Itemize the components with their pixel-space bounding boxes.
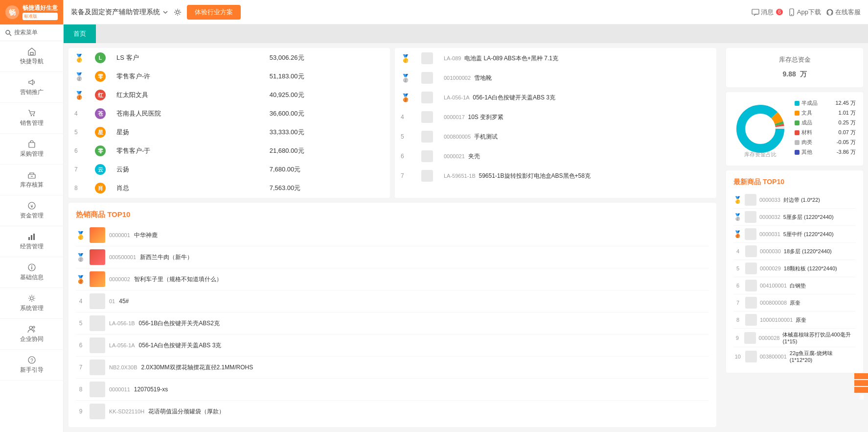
- sidebar-item-system[interactable]: 系统管理: [0, 288, 63, 319]
- svg-rect-12: [28, 237, 30, 240]
- customer-table: 🥇 L LS 客户 53,006.26元 🥈 零 零售客户-许 51,183.0…: [69, 48, 390, 198]
- legend-name: 文具: [801, 109, 837, 117]
- sidebar-item-finance[interactable]: ¥ 资金管理: [0, 195, 63, 226]
- hot-product-item: 🥈 000500001 新西兰牛肉（新牛）: [76, 246, 709, 268]
- latest-product-item: 10 003800001 22g鱼豆腐-烧烤味 (1*12*20): [733, 347, 856, 365]
- svg-point-6: [33, 115, 34, 116]
- latest-product-item: 6 004100001 白钢垫: [733, 277, 856, 294]
- mobile-icon: [788, 8, 796, 16]
- svg-rect-29: [832, 13, 833, 14]
- latest-product-item: 7 000800008 原奎: [733, 294, 856, 312]
- latest-product-item: 4 0000030 18多层 (1220*2440): [733, 243, 856, 260]
- customer-name: 肖总: [116, 184, 129, 192]
- product-ranking-panel: 🥇 LA-089 电池盖 LA-089 ABS本色+黑种 7.1克 🥈 0010…: [395, 48, 716, 198]
- trial-button[interactable]: 体验行业方案: [187, 5, 241, 20]
- users-icon: [27, 325, 36, 334]
- sidebar-item-operations[interactable]: 经营管理: [0, 226, 63, 257]
- online-service-area[interactable]: 在线客服: [826, 8, 861, 17]
- legend-name: 材料: [801, 129, 837, 136]
- tab-bar: 首页: [64, 24, 868, 43]
- sidebar-item-marketing[interactable]: 营销推广: [0, 72, 63, 103]
- main-area: 装备及固定资产辅助管理系统 体验行业方案 消息 6 App下载 在线客服 首页: [64, 0, 868, 432]
- hot-products-list: 🥇 0000001 中华神鹿 🥈 000500001 新西兰牛肉（新牛） 🥉 0…: [76, 224, 709, 422]
- sidebar-item-purchase[interactable]: 采购管理: [0, 134, 63, 165]
- latest-product-item: 8 10000100001 原奎: [733, 312, 856, 329]
- sidebar-item-basic-info[interactable]: 基础信息: [0, 257, 63, 288]
- settings-icon: [27, 294, 36, 303]
- sidebar-item-purchase-label: 采购管理: [20, 150, 44, 158]
- tab-home-label: 首页: [73, 30, 86, 37]
- customer-ranking-panel: 🥇 L LS 客户 53,006.26元 🥈 零 零售客户-许 51,183.0…: [69, 48, 390, 198]
- guide-icon: ?: [27, 356, 36, 364]
- latest-product-item: 🥈 0000032 5厘多层 (1220*2440): [733, 209, 856, 226]
- customer-name: LS 客户: [116, 54, 139, 61]
- svg-line-3: [10, 34, 12, 36]
- float-service-btn[interactable]: 客服热线: [854, 373, 868, 379]
- sidebar-logo-text: 畅捷通好生意: [23, 4, 58, 12]
- sidebar: 畅 畅捷通好生意 标准版 搜索菜单 快捷导航 营销推广 销售管理 采购管理: [0, 0, 64, 432]
- legend-name: 其他: [801, 148, 835, 156]
- customer-name: 零售客户-许: [116, 72, 150, 80]
- inventory-total-label: 库存总资金: [733, 55, 856, 64]
- app-download-area[interactable]: App下载: [788, 8, 821, 17]
- product-row: 7 LA-59651-1B 59651-1B旋转投影灯电池盒ABS黑色+58克: [396, 167, 715, 185]
- legend-item: 材料 0.07 万: [795, 129, 856, 136]
- bag-icon: [27, 140, 36, 148]
- customer-amount: 53,006.26元: [270, 54, 304, 61]
- chart-label: 库存资金占比: [744, 151, 777, 158]
- svg-point-20: [33, 326, 35, 328]
- system-name-select[interactable]: 装备及固定资产辅助管理系统: [71, 8, 168, 17]
- float-service: 客服热线 服务社区 直播: [854, 373, 868, 393]
- product-row: 6 0000021 夹壳: [396, 147, 715, 166]
- customer-name: 云扬: [116, 166, 129, 173]
- chart-icon: [27, 232, 36, 241]
- svg-point-26: [791, 14, 792, 15]
- svg-point-5: [30, 115, 31, 116]
- customer-row: 🥉 红 红太阳文具 40,925.00元: [69, 86, 389, 104]
- svg-rect-7: [29, 143, 35, 147]
- cart-icon: [27, 109, 36, 118]
- tab-home[interactable]: 首页: [64, 24, 96, 43]
- svg-point-19: [29, 326, 32, 329]
- top-bar: 装备及固定资产辅助管理系统 体验行业方案 消息 6 App下载 在线客服: [64, 0, 868, 24]
- float-community-btn[interactable]: 服务社区: [854, 380, 868, 386]
- sidebar-item-enterprise[interactable]: 企业协同: [0, 319, 63, 350]
- sidebar-item-inventory[interactable]: 库存核算: [0, 165, 63, 195]
- hot-product-item: 7 NB2.0X30B 2.0X30MM双摆花轴摆花直径2.1MM/ROHS: [76, 357, 709, 379]
- product-table: 🥇 LA-089 电池盖 LA-089 ABS本色+黑种 7.1克 🥈 0010…: [395, 48, 716, 186]
- svg-point-17: [31, 265, 32, 266]
- sidebar-item-operations-label: 经营管理: [20, 242, 44, 251]
- messages-label: 消息: [761, 8, 774, 17]
- product-row: 🥉 LA-056-1A 056-1A白色按键开关盖ABS 3克: [396, 88, 715, 107]
- svg-point-18: [30, 297, 33, 300]
- sidebar-item-system-label: 系统管理: [20, 304, 44, 312]
- sidebar-item-basic-info-label: 基础信息: [20, 273, 44, 282]
- sidebar-item-guide[interactable]: ? 新手引导: [0, 350, 63, 381]
- messages-icon-area[interactable]: 消息 6: [752, 8, 783, 17]
- legend-value: 1.01 万: [839, 109, 856, 117]
- customer-amount: 21,680.00元: [270, 147, 304, 154]
- sidebar-logo: 畅 畅捷通好生意 标准版: [0, 0, 63, 24]
- hot-product-item: 🥇 0000001 中华神鹿: [76, 224, 709, 246]
- search-menu[interactable]: 搜索菜单: [0, 24, 63, 41]
- online-service-label: 在线客服: [835, 8, 861, 17]
- logo-icon: 畅: [5, 5, 20, 20]
- latest-product-item: 🥇 0000033 封边带 (1.0*22): [733, 192, 856, 209]
- info-icon: [27, 263, 36, 272]
- float-live-btn[interactable]: 直播: [854, 387, 868, 393]
- customer-amount: 51,183.00元: [270, 72, 304, 80]
- messages-badge: 6: [776, 9, 783, 15]
- search-menu-label: 搜索菜单: [14, 28, 38, 37]
- sidebar-nav: 快捷导航 营销推广 销售管理 采购管理 库存核算 ¥ 资金管理 经营管理 基础信: [0, 41, 63, 432]
- product-row: 🥇 LA-089 电池盖 LA-089 ABS本色+黑种 7.1克: [396, 49, 715, 68]
- sidebar-item-enterprise-label: 企业协同: [20, 335, 44, 343]
- sidebar-item-sales[interactable]: 销售管理: [0, 103, 63, 134]
- sidebar-item-home[interactable]: 快捷导航: [0, 41, 63, 72]
- gear-icon[interactable]: [173, 8, 182, 17]
- megaphone-icon: [27, 78, 36, 87]
- main-panels: 🥇 L LS 客户 53,006.26元 🥈 零 零售客户-许 51,183.0…: [64, 43, 721, 432]
- customer-row: 8 肖 肖总 7,563.00元: [69, 179, 389, 197]
- right-panel: 库存总资金 9.88 万: [721, 43, 868, 432]
- svg-rect-4: [30, 52, 33, 55]
- content-area: 🥇 L LS 客户 53,006.26元 🥈 零 零售客户-许 51,183.0…: [64, 43, 868, 432]
